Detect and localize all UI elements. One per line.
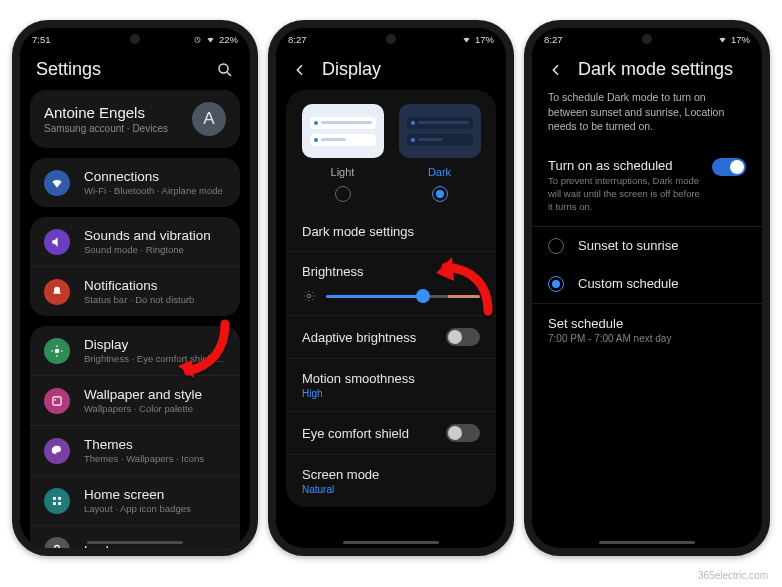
turn-on-scheduled-row[interactable]: Turn on as scheduled To prevent interrup…: [532, 146, 762, 226]
themes-icon: [44, 438, 70, 464]
group-connections: ConnectionsWi-Fi · Bluetooth · Airplane …: [30, 158, 240, 207]
eye-comfort-row[interactable]: Eye comfort shield: [286, 411, 496, 454]
avatar[interactable]: A: [192, 102, 226, 136]
home-icon: [44, 488, 70, 514]
settings-item-display[interactable]: DisplayBrightness · Eye comfort shield ·…: [30, 326, 240, 375]
motion-smoothness-row[interactable]: Motion smoothness High: [286, 358, 496, 411]
watermark: 365electric.com: [698, 570, 768, 581]
settings-item-sounds[interactable]: Sounds and vibrationSound mode · Rington…: [30, 217, 240, 266]
back-icon[interactable]: [548, 62, 564, 78]
svg-point-4: [54, 398, 56, 400]
status-battery: 22%: [219, 34, 238, 45]
header: Dark mode settings: [532, 47, 762, 90]
status-time: 8:27: [288, 34, 307, 45]
nav-hint[interactable]: [343, 541, 439, 544]
settings-item-connections[interactable]: ConnectionsWi-Fi · Bluetooth · Airplane …: [30, 158, 240, 207]
phone-display: 8:27 17% Display Light: [268, 20, 514, 556]
status-bar: 8:27 17%: [532, 28, 762, 47]
page-title: Display: [322, 59, 381, 80]
sound-icon: [44, 229, 70, 255]
schedule-description: To schedule Dark mode to turn on between…: [532, 90, 762, 146]
option-custom-schedule[interactable]: Custom schedule: [532, 265, 762, 304]
svg-rect-7: [53, 502, 56, 505]
status-time: 8:27: [544, 34, 563, 45]
settings-item-notifications[interactable]: NotificationsStatus bar · Do not disturb: [30, 266, 240, 316]
set-schedule-row[interactable]: Set schedule 7:00 PM - 7:00 AM next day: [532, 304, 762, 356]
radio-dark[interactable]: [432, 186, 448, 202]
lock-icon: [44, 537, 70, 548]
scheduled-toggle[interactable]: [712, 158, 746, 176]
theme-selector: Light Dark: [286, 90, 496, 212]
alarm-icon: [193, 35, 202, 44]
settings-item-wallpaper[interactable]: Wallpaper and styleWallpapers · Color pa…: [30, 375, 240, 425]
theme-option-light[interactable]: Light: [300, 104, 385, 202]
back-icon[interactable]: [292, 62, 308, 78]
search-icon[interactable]: [216, 61, 234, 79]
svg-rect-6: [58, 496, 61, 499]
option-sunset-sunrise[interactable]: Sunset to sunrise: [532, 227, 762, 265]
group-sound-notif: Sounds and vibrationSound mode · Rington…: [30, 217, 240, 316]
svg-rect-5: [53, 496, 56, 499]
brightness-section: Brightness: [286, 251, 496, 315]
adaptive-brightness-toggle[interactable]: [446, 328, 480, 346]
theme-preview-dark: [399, 104, 481, 158]
header: Settings: [20, 47, 250, 90]
svg-rect-8: [58, 502, 61, 505]
radio-sunset[interactable]: [548, 238, 564, 254]
eye-comfort-toggle[interactable]: [446, 424, 480, 442]
screen-mode-row[interactable]: Screen mode Natural: [286, 454, 496, 507]
dark-mode-settings-row[interactable]: Dark mode settings: [286, 212, 496, 251]
status-bar: 8:27 17%: [276, 28, 506, 47]
nav-hint[interactable]: [599, 541, 695, 544]
brightness-icon: [302, 289, 316, 303]
settings-item-themes[interactable]: ThemesThemes · Wallpapers · Icons: [30, 425, 240, 475]
phone-settings: 7:51 22% Settings Antoine Engels Samsung…: [12, 20, 258, 556]
phone-dark-mode-settings: 8:27 17% Dark mode settings To schedule …: [524, 20, 770, 556]
svg-rect-3: [53, 396, 61, 404]
wifi-icon: [462, 35, 471, 44]
radio-custom[interactable]: [548, 276, 564, 292]
wifi-icon: [718, 35, 727, 44]
svg-point-1: [219, 64, 228, 73]
brightness-slider[interactable]: [326, 295, 480, 298]
slider-thumb[interactable]: [416, 289, 430, 303]
group-display: DisplayBrightness · Eye comfort shield ·…: [30, 326, 240, 548]
page-title: Dark mode settings: [578, 59, 733, 80]
radio-light[interactable]: [335, 186, 351, 202]
nav-hint[interactable]: [87, 541, 183, 544]
wallpaper-icon: [44, 388, 70, 414]
status-time: 7:51: [32, 34, 51, 45]
status-bar: 7:51 22%: [20, 28, 250, 47]
wifi-icon: [206, 35, 215, 44]
svg-point-10: [307, 294, 311, 298]
status-battery: 17%: [731, 34, 750, 45]
page-title: Settings: [36, 59, 101, 80]
adaptive-brightness-row[interactable]: Adaptive brightness: [286, 315, 496, 358]
account-sub: Samsung account · Devices: [44, 123, 192, 134]
settings-item-lock[interactable]: Lock screen: [30, 525, 240, 548]
account-card[interactable]: Antoine Engels Samsung account · Devices…: [30, 90, 240, 148]
bell-icon: [44, 279, 70, 305]
header: Display: [276, 47, 506, 90]
theme-preview-light: [302, 104, 384, 158]
status-battery: 17%: [475, 34, 494, 45]
display-icon: [44, 338, 70, 364]
wifi-icon: [44, 170, 70, 196]
theme-option-dark[interactable]: Dark: [397, 104, 482, 202]
settings-item-home[interactable]: Home screenLayout · App icon badges: [30, 475, 240, 525]
svg-point-2: [55, 348, 60, 353]
account-name: Antoine Engels: [44, 104, 192, 121]
